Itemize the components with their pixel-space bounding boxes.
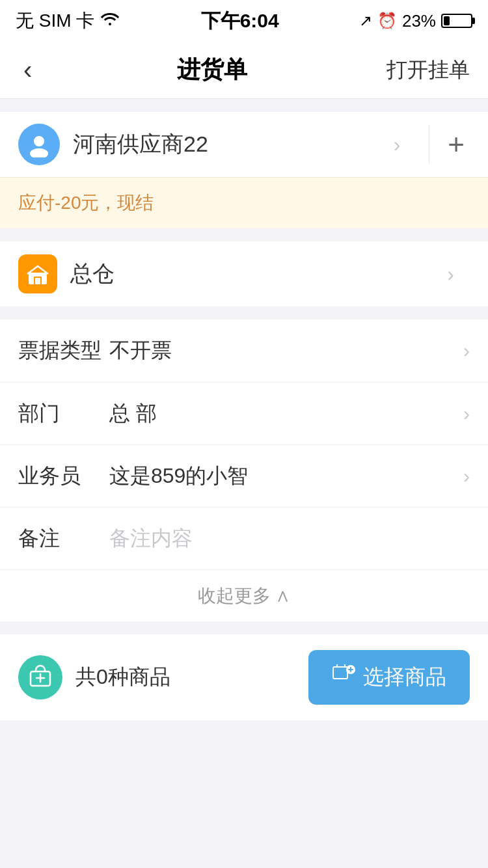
open-pending-button[interactable]: 打开挂单 [386, 56, 470, 85]
svg-rect-4 [35, 278, 40, 284]
status-time: 下午6:04 [201, 8, 279, 34]
supplier-avatar [18, 124, 60, 165]
divider-3 [0, 306, 488, 319]
dept-row[interactable]: 部门 总 部 › [0, 382, 488, 444]
supplier-row[interactable]: 河南供应商22 › + [0, 112, 488, 177]
divider-4 [0, 621, 488, 634]
vertical-divider [429, 125, 429, 164]
status-right: ↗ ⏰ 23% [359, 11, 472, 31]
dept-label: 部门 [18, 400, 109, 428]
add-button[interactable]: + [442, 128, 470, 161]
location-icon: ↗ [359, 12, 372, 30]
svg-point-1 [30, 148, 48, 157]
supplier-chevron-icon: › [394, 133, 401, 157]
nav-bar: ‹ 进货单 打开挂单 [0, 42, 488, 99]
product-count: 共0种商品 [75, 663, 295, 692]
divider-2 [0, 228, 488, 241]
warehouse-name: 总仓 [70, 259, 447, 289]
status-bar: 无 SIM 卡 下午6:04 ↗ ⏰ 23% [0, 0, 488, 42]
remark-label: 备注 [18, 524, 109, 553]
salesman-label: 业务员 [18, 462, 109, 491]
product-icon [27, 664, 54, 691]
warehouse-row[interactable]: 总仓 › [0, 241, 488, 306]
user-icon [26, 131, 52, 157]
back-button[interactable]: ‹ [18, 50, 37, 90]
product-icon-wrap [18, 655, 62, 699]
invoice-value: 不开票 [109, 336, 463, 365]
wifi-icon [100, 11, 120, 31]
dept-chevron-icon: › [463, 403, 470, 425]
remark-row[interactable]: 备注 备注内容 [0, 507, 488, 569]
remark-input[interactable]: 备注内容 [109, 524, 470, 553]
collapse-row[interactable]: 收起更多 ∧ [0, 569, 488, 621]
product-bar: 共0种商品 选择商品 [0, 634, 488, 720]
svg-rect-6 [333, 667, 347, 679]
salesman-row[interactable]: 业务员 这是859的小智 › [0, 444, 488, 507]
salesman-chevron-icon: › [463, 465, 470, 487]
page-title: 进货单 [177, 54, 247, 86]
battery-percent: 23% [402, 11, 436, 31]
notice-text: 应付-20元，现结 [18, 193, 154, 213]
supplier-name: 河南供应商22 [73, 129, 394, 159]
form-section: 票据类型 不开票 › 部门 总 部 › 业务员 这是859的小智 › 备注 备注… [0, 319, 488, 621]
warehouse-icon [26, 262, 49, 286]
invoice-row[interactable]: 票据类型 不开票 › [0, 319, 488, 382]
select-product-button[interactable]: 选择商品 [308, 650, 470, 705]
status-left: 无 SIM 卡 [16, 8, 120, 33]
collapse-label: 收起更多 ∧ [198, 584, 291, 608]
select-product-label: 选择商品 [363, 663, 446, 692]
warehouse-icon-wrap [18, 254, 57, 293]
notice-banner: 应付-20元，现结 [0, 177, 488, 228]
dept-value: 总 部 [109, 400, 463, 428]
footer-bg [0, 720, 488, 868]
battery-bar [441, 14, 472, 28]
warehouse-chevron-icon: › [447, 262, 454, 286]
invoice-chevron-icon: › [463, 340, 470, 362]
invoice-label: 票据类型 [18, 336, 109, 365]
top-divider [0, 99, 488, 112]
svg-point-0 [34, 136, 44, 146]
carrier-label: 无 SIM 卡 [16, 8, 94, 33]
warehouse-section: 总仓 › [0, 241, 488, 306]
supplier-section: 河南供应商22 › + 应付-20元，现结 [0, 112, 488, 228]
alarm-icon: ⏰ [377, 12, 397, 30]
cart-icon [332, 664, 355, 690]
battery-fill [444, 16, 450, 25]
salesman-value: 这是859的小智 [109, 462, 463, 491]
